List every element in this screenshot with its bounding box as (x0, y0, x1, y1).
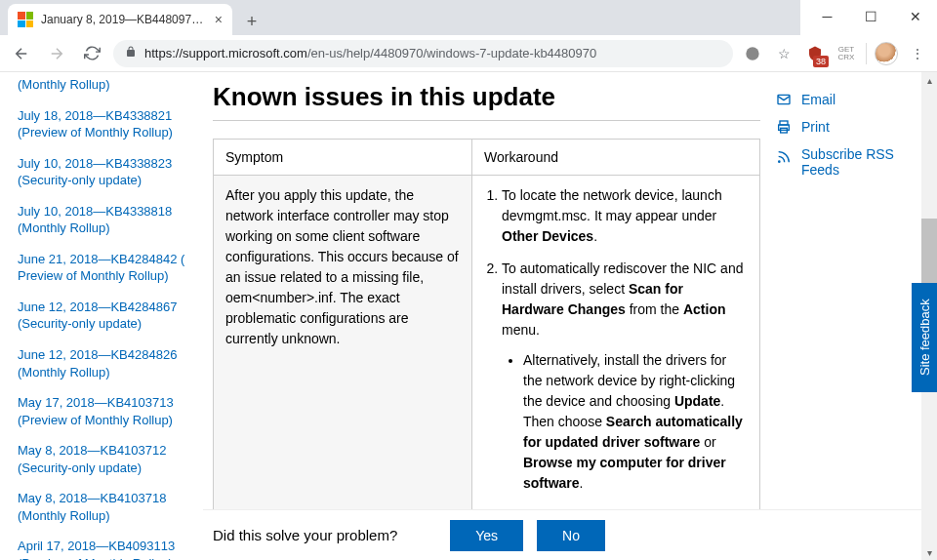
sidebar-link[interactable]: June 12, 2018—KB4284867 (Security-only u… (18, 299, 193, 333)
site-feedback-tab[interactable]: Site feedback (912, 283, 937, 392)
workaround-cell: To locate the network device, launch dev… (472, 176, 760, 516)
minimize-button[interactable]: ─ (805, 0, 849, 33)
sidebar-link[interactable]: April 17, 2018—KB4093113 (Preview of Mon… (18, 538, 193, 560)
separator (866, 43, 867, 64)
solve-question: Did this solve your problem? (213, 527, 397, 543)
microsoft-favicon (18, 12, 33, 27)
close-button[interactable]: ✕ (893, 0, 937, 33)
sidebar-link[interactable]: July 10, 2018—KB4338818 (Monthly Rollup) (18, 203, 193, 237)
tab-title: January 8, 2019—KB4480970 (Mo (41, 13, 207, 26)
symptom-cell: After you apply this update, the network… (214, 176, 472, 516)
scroll-up-icon[interactable]: ▴ (921, 72, 937, 88)
getcrx-icon[interactable]: GET CRX (835, 42, 858, 65)
solve-problem-bar: Did this solve your problem? Yes No (203, 509, 921, 560)
browser-toolbar: https://support.microsoft.com/en-us/help… (0, 35, 937, 72)
svg-point-5 (779, 161, 780, 162)
sidebar-link[interactable]: June 21, 2018—KB4284842 ( Preview of Mon… (18, 251, 193, 285)
close-tab-icon[interactable]: × (215, 12, 223, 27)
sidebar-link[interactable]: (Monthly Rollup) (18, 76, 193, 94)
main-content: Known issues in this update Symptom Work… (203, 72, 776, 560)
workaround-substep: Alternatively, install the drivers for t… (523, 350, 748, 494)
lock-icon (125, 46, 137, 60)
back-button[interactable] (8, 40, 35, 67)
workaround-step-2: To automatically rediscover the NIC and … (502, 259, 748, 494)
th-workaround: Workaround (472, 140, 760, 176)
maximize-button[interactable]: ☐ (849, 0, 893, 33)
new-tab-button[interactable]: + (238, 8, 265, 35)
forward-button[interactable] (43, 40, 70, 67)
th-symptom: Symptom (214, 140, 472, 176)
menu-icon[interactable]: ⋮ (906, 42, 929, 65)
scroll-down-icon[interactable]: ▾ (921, 544, 937, 560)
sidebar-link[interactable]: May 17, 2018—KB4103713 (Preview of Month… (18, 394, 193, 428)
divider (213, 120, 760, 121)
page-heading: Known issues in this update (213, 82, 760, 112)
sidebar-link[interactable]: May 8, 2018—KB4103712 (Security-only upd… (18, 442, 193, 476)
yes-button[interactable]: Yes (450, 520, 523, 551)
known-issues-table: Symptom Workaround After you apply this … (213, 139, 760, 516)
browser-tab[interactable]: January 8, 2019—KB4480970 (Mo × (8, 4, 232, 35)
ublock-icon[interactable]: 38 (803, 42, 827, 65)
page-content: (Monthly Rollup) July 18, 2018—KB4338821… (0, 72, 937, 560)
workaround-step-1: To locate the network device, launch dev… (502, 185, 748, 247)
sidebar-link[interactable]: July 10, 2018—KB4338823 (Security-only u… (18, 155, 193, 189)
email-action[interactable]: Email (776, 92, 921, 107)
scrollbar-thumb[interactable] (921, 219, 937, 287)
address-bar[interactable]: https://support.microsoft.com/en-us/help… (113, 40, 733, 67)
sidebar-link[interactable]: June 12, 2018—KB4284826 (Monthly Rollup) (18, 346, 193, 380)
url-text: https://support.microsoft.com/en-us/help… (144, 46, 596, 60)
print-action[interactable]: Print (776, 119, 921, 135)
profile-avatar[interactable] (875, 42, 898, 65)
sidebar-link[interactable]: July 18, 2018—KB4338821 (Preview of Mont… (18, 107, 193, 141)
rss-action[interactable]: Subscribe RSS Feeds (776, 146, 921, 178)
reload-button[interactable] (78, 40, 105, 67)
window-controls: ─ ☐ ✕ (805, 0, 937, 33)
star-icon[interactable]: ☆ (772, 42, 795, 65)
no-button[interactable]: No (537, 520, 605, 551)
sidebar-nav: (Monthly Rollup) July 18, 2018—KB4338821… (0, 72, 203, 560)
svg-point-0 (746, 47, 758, 60)
extension-icon[interactable] (741, 42, 764, 65)
sidebar-link[interactable]: May 8, 2018—KB4103718 (Monthly Rollup) (18, 490, 193, 524)
tab-strip: January 8, 2019—KB4480970 (Mo × + (0, 0, 800, 35)
